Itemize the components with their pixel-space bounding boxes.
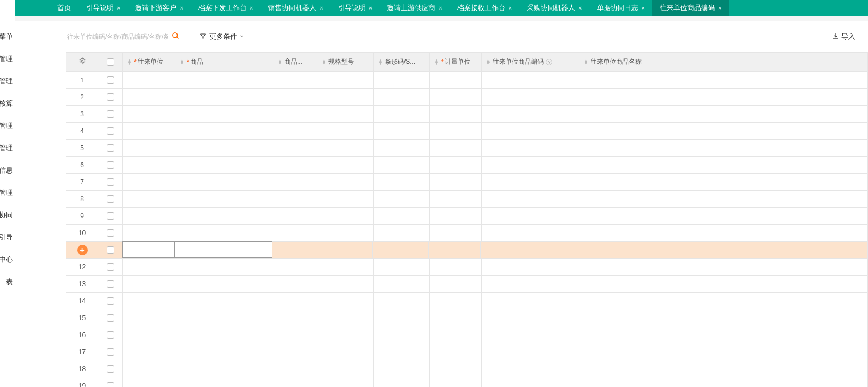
- cell-input[interactable]: [126, 246, 171, 253]
- sidebar-item[interactable]: 菜单: [0, 25, 15, 48]
- tab-档案下发工作台[interactable]: 档案下发工作台×: [191, 0, 260, 16]
- cell-a[interactable]: [123, 208, 175, 224]
- cell-f[interactable]: [430, 259, 482, 275]
- cell-a[interactable]: [123, 123, 175, 139]
- cell-f[interactable]: [430, 276, 482, 292]
- cell-b[interactable]: [175, 360, 273, 377]
- table-row[interactable]: 16: [66, 326, 868, 343]
- cell-a[interactable]: [123, 276, 175, 292]
- cell-h[interactable]: [578, 242, 868, 258]
- close-icon[interactable]: ×: [439, 5, 442, 11]
- table-row[interactable]: +: [66, 242, 868, 259]
- cell-e[interactable]: [374, 72, 430, 88]
- cell-a[interactable]: [123, 89, 175, 105]
- row-checkbox[interactable]: [107, 297, 114, 305]
- cell-e[interactable]: [374, 293, 430, 309]
- column-header-partner[interactable]: ▲▼ * 往来单位: [123, 53, 175, 71]
- cell-d[interactable]: [317, 309, 374, 326]
- cell-c[interactable]: [273, 106, 317, 122]
- row-checkbox[interactable]: [107, 365, 114, 373]
- cell-d[interactable]: [317, 140, 374, 156]
- table-row[interactable]: 10: [66, 225, 868, 242]
- cell-a[interactable]: [123, 72, 175, 88]
- close-icon[interactable]: ×: [642, 5, 645, 11]
- row-checkbox[interactable]: [107, 229, 114, 237]
- cell-f[interactable]: [430, 106, 482, 122]
- cell-h[interactable]: [579, 157, 868, 173]
- checkbox-all[interactable]: [107, 58, 114, 66]
- sidebar-item[interactable]: 管理: [0, 115, 15, 137]
- cell-a[interactable]: [123, 157, 175, 173]
- cell-d[interactable]: [317, 276, 374, 292]
- cell-b[interactable]: [175, 293, 273, 309]
- table-row[interactable]: 19: [66, 377, 868, 387]
- add-row-button[interactable]: +: [77, 245, 88, 255]
- cell-a[interactable]: [123, 140, 175, 156]
- cell-c[interactable]: [273, 377, 317, 387]
- cell-e[interactable]: [374, 89, 430, 105]
- cell-f[interactable]: [429, 242, 481, 258]
- sidebar-item[interactable]: 协同: [0, 204, 15, 226]
- cell-f[interactable]: [430, 208, 482, 224]
- cell-c[interactable]: [273, 360, 317, 377]
- sidebar-item[interactable]: 中心: [0, 248, 15, 271]
- cell-g[interactable]: [482, 293, 579, 309]
- cell-h[interactable]: [579, 72, 868, 88]
- cell-h[interactable]: [579, 208, 868, 224]
- cell-h[interactable]: [579, 276, 868, 292]
- sidebar-item[interactable]: 信息: [0, 159, 15, 182]
- cell-b[interactable]: [175, 309, 273, 326]
- cell-e[interactable]: [374, 377, 430, 387]
- row-checkbox[interactable]: [107, 161, 114, 169]
- cell-a[interactable]: [123, 191, 175, 207]
- cell-f[interactable]: [430, 377, 482, 387]
- cell-c[interactable]: [273, 191, 317, 207]
- row-checkbox[interactable]: [107, 93, 114, 101]
- cell-g[interactable]: [482, 360, 579, 377]
- cell-d[interactable]: [317, 293, 374, 309]
- cell-g[interactable]: [482, 326, 579, 343]
- row-checkbox[interactable]: [107, 280, 114, 288]
- cell-input[interactable]: [178, 246, 268, 253]
- cell-b[interactable]: [175, 225, 273, 241]
- column-header-unit[interactable]: ▲▼ * 计量单位: [430, 53, 482, 71]
- cell-f[interactable]: [430, 225, 482, 241]
- cell-c[interactable]: [273, 309, 317, 326]
- search-icon[interactable]: [172, 32, 180, 41]
- cell-c[interactable]: [273, 259, 317, 275]
- cell-c[interactable]: [273, 72, 317, 88]
- column-checkbox-all[interactable]: [98, 53, 123, 71]
- cell-b[interactable]: [175, 174, 273, 190]
- cell-h[interactable]: [579, 106, 868, 122]
- table-row[interactable]: 18: [66, 360, 868, 377]
- tab-邀请上游供应商[interactable]: 邀请上游供应商×: [380, 0, 449, 16]
- cell-g[interactable]: [482, 309, 579, 326]
- close-icon[interactable]: ×: [369, 5, 372, 11]
- cell-d[interactable]: [317, 259, 374, 275]
- row-checkbox[interactable]: [107, 331, 114, 339]
- row-checkbox[interactable]: [107, 195, 114, 203]
- cell-d[interactable]: [317, 343, 374, 360]
- sidebar-item[interactable]: 管理: [0, 70, 15, 92]
- cell-h[interactable]: [579, 326, 868, 343]
- cell-c[interactable]: [273, 174, 317, 190]
- cell-f[interactable]: [430, 72, 482, 88]
- sidebar-item[interactable]: 核算: [0, 92, 15, 115]
- table-row[interactable]: 13: [66, 276, 868, 293]
- cell-b[interactable]: [175, 208, 273, 224]
- column-settings[interactable]: [66, 53, 98, 71]
- table-row[interactable]: 1: [66, 72, 868, 89]
- row-checkbox[interactable]: [107, 382, 114, 388]
- cell-d[interactable]: [317, 72, 374, 88]
- table-row[interactable]: 6: [66, 157, 868, 174]
- cell-h[interactable]: [579, 89, 868, 105]
- cell-a[interactable]: [123, 293, 175, 309]
- sidebar-item[interactable]: 管理: [0, 182, 15, 204]
- cell-e[interactable]: [374, 157, 430, 173]
- close-icon[interactable]: ×: [718, 5, 721, 11]
- close-icon[interactable]: ×: [509, 5, 512, 11]
- cell-h[interactable]: [579, 259, 868, 275]
- cell-b[interactable]: [175, 140, 273, 156]
- cell-f[interactable]: [430, 157, 482, 173]
- table-row[interactable]: 7: [66, 174, 868, 191]
